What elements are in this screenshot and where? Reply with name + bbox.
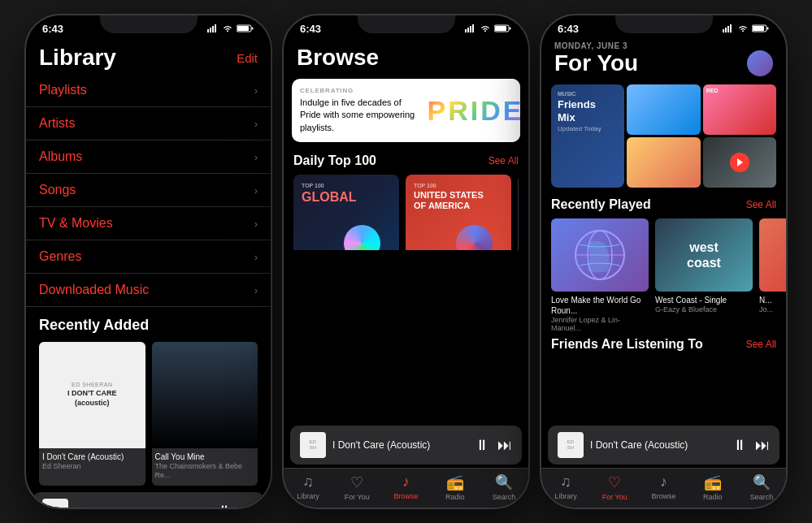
tab-label-browse: Browse bbox=[394, 492, 419, 500]
chevron-icon: › bbox=[254, 284, 258, 296]
mix-art-2[interactable]: RED bbox=[703, 84, 776, 135]
browse-icon: ♪ bbox=[660, 473, 667, 491]
chevron-icon: › bbox=[254, 151, 258, 163]
browse-title: Browse bbox=[297, 45, 515, 71]
pride-logo-area: PRIDE bbox=[431, 79, 520, 142]
section-header: Daily Top 100 See All bbox=[293, 153, 519, 168]
status-time: 6:43 bbox=[300, 23, 321, 35]
genres-label: Genres bbox=[39, 249, 81, 264]
top100-card-usa[interactable]: TOP 100 UNITED STATESOF AMERICA Top 100:… bbox=[406, 175, 511, 249]
tab-label-radio: Radio bbox=[703, 493, 723, 501]
section-header: Recently Played See All bbox=[551, 197, 776, 212]
np-thumb-label: EDSH bbox=[310, 439, 316, 450]
mix-art-1[interactable] bbox=[627, 84, 700, 135]
svg-rect-16 bbox=[723, 29, 724, 32]
phone-screen: 6:43 Browse CELEBRATING Indulge in five … bbox=[284, 15, 528, 508]
tab-library[interactable]: ♫ Library bbox=[541, 473, 590, 501]
recently-played-title: Recently Played bbox=[551, 197, 651, 212]
top100-card-other[interactable]: TOP 100 Top 100 Ap... bbox=[518, 175, 519, 249]
svg-rect-1 bbox=[210, 28, 211, 32]
now-playing-bar[interactable]: EDSH I Don't Care (Acoustic) ⏸ ⏭ bbox=[548, 426, 779, 465]
library-item-artists[interactable]: Artists › bbox=[26, 107, 271, 140]
chevron-icon: › bbox=[254, 218, 258, 230]
tab-foryou[interactable]: ♡ For You bbox=[590, 473, 639, 501]
see-all-button[interactable]: See All bbox=[746, 199, 776, 210]
album-card-dark[interactable]: Call You Mine The Chainsmokers & Bebe Re… bbox=[152, 342, 258, 486]
rp-card-2[interactable]: westcoast West Coast - Single G-Eazy & B… bbox=[655, 218, 753, 332]
next-button[interactable]: ⏭ bbox=[497, 437, 512, 454]
library-item-albums[interactable]: Albums › bbox=[26, 140, 271, 174]
np-thumb-label: EDSH bbox=[52, 506, 59, 508]
friends-mix-label: MUSIC bbox=[558, 91, 618, 97]
pause-button[interactable]: ⏸ bbox=[475, 437, 489, 454]
rp-card-3[interactable]: N... Jo... bbox=[759, 218, 786, 332]
recently-added-grid: Ed Sheeran I DON'T CARE(acoustic) I Don'… bbox=[39, 342, 258, 486]
ed-title: I DON'T CARE(acoustic) bbox=[67, 389, 117, 408]
tab-radio[interactable]: 📻 Radio bbox=[431, 473, 480, 501]
battery-icon bbox=[494, 24, 512, 32]
album-card-ed[interactable]: Ed Sheeran I DON'T CARE(acoustic) I Don'… bbox=[39, 342, 145, 486]
pride-banner[interactable]: CELEBRATING Indulge in five decades of P… bbox=[292, 79, 520, 142]
play-icon bbox=[736, 158, 744, 167]
recently-played-cards: Love Make the World Go Roun... Jennifer … bbox=[551, 218, 776, 332]
pride-letters: PRIDE bbox=[428, 95, 520, 127]
see-all-button[interactable]: See All bbox=[489, 155, 519, 166]
top100-card-global[interactable]: TOP 100 GLOBAL Top bbox=[293, 175, 399, 249]
pause-button[interactable]: ⏸ bbox=[732, 437, 747, 454]
tvmovies-label: TV & Movies bbox=[39, 216, 113, 231]
svg-rect-7 bbox=[252, 28, 254, 30]
search-icon: 🔍 bbox=[495, 473, 513, 491]
pause-button[interactable]: ⏸ bbox=[217, 503, 232, 508]
avatar[interactable] bbox=[747, 50, 773, 76]
tab-search[interactable]: 🔍 Search bbox=[737, 473, 786, 501]
library-item-genres[interactable]: Genres › bbox=[26, 240, 271, 274]
phone-browse: 6:43 Browse CELEBRATING Indulge in five … bbox=[282, 14, 530, 509]
library-item-tvmovies[interactable]: TV & Movies › bbox=[26, 207, 271, 240]
edit-button[interactable]: Edit bbox=[237, 45, 258, 65]
friends-mix-title: FriendsMix bbox=[558, 98, 618, 123]
friends-mix-card[interactable]: MUSIC FriendsMix Updated Today bbox=[551, 84, 624, 188]
svg-rect-14 bbox=[495, 26, 506, 31]
now-playing-bar[interactable]: EDSH I Don't Care (Acoustic) ⏸ ⏭ bbox=[290, 426, 522, 465]
phone-notch bbox=[358, 15, 455, 33]
daily-top-section: Daily Top 100 See All TOP 100 GLOBAL bbox=[284, 147, 528, 249]
play-button[interactable] bbox=[730, 153, 749, 172]
library-item-downloaded[interactable]: Downloaded Music › bbox=[26, 274, 271, 307]
foryou-date: MONDAY, JUNE 3 bbox=[554, 41, 773, 50]
tab-label-search: Search bbox=[750, 493, 774, 501]
np-title: I Don't Care (Acoustic) bbox=[590, 439, 726, 451]
mix-art-3[interactable] bbox=[627, 137, 700, 188]
svg-rect-11 bbox=[472, 24, 474, 32]
see-all-button[interactable]: See All bbox=[746, 339, 776, 350]
globe-art bbox=[571, 227, 628, 283]
tab-search[interactable]: 🔍 Search bbox=[480, 473, 528, 501]
tab-label-library: Library bbox=[554, 492, 577, 500]
tab-library[interactable]: ♫ Library bbox=[284, 473, 332, 501]
next-button[interactable]: ⏭ bbox=[755, 437, 770, 454]
downloaded-label: Downloaded Music bbox=[39, 283, 149, 297]
mix-art-play[interactable] bbox=[703, 137, 776, 188]
svg-rect-2 bbox=[212, 26, 214, 32]
library-item-playlists[interactable]: Playlists › bbox=[26, 74, 271, 107]
friends-listening-section: Friends Are Listening To See All bbox=[541, 332, 786, 358]
artists-label: Artists bbox=[39, 116, 75, 131]
svg-marker-24 bbox=[737, 158, 743, 166]
svg-rect-22 bbox=[753, 26, 764, 31]
svg-rect-6 bbox=[237, 26, 249, 31]
tab-browse[interactable]: ♪ Browse bbox=[639, 473, 688, 501]
tab-foryou[interactable]: ♡ For You bbox=[332, 473, 381, 501]
rp-card-1[interactable]: Love Make the World Go Roun... Jennifer … bbox=[551, 218, 649, 332]
next-button[interactable]: ⏭ bbox=[240, 503, 254, 508]
now-playing-bar[interactable]: EDSH I Don't Care (Acoustic) ⏸ ⏭ bbox=[33, 492, 264, 508]
west-coast-text: westcoast bbox=[687, 240, 721, 270]
tab-radio[interactable]: 📻 Radio bbox=[688, 473, 737, 501]
foryou-title-row: For You bbox=[554, 50, 773, 76]
chevron-icon: › bbox=[254, 251, 258, 263]
signal-icon bbox=[207, 24, 219, 32]
phones-container: 6:43 Library Edit Playlists › Arti bbox=[16, 6, 796, 517]
chevron-icon: › bbox=[254, 184, 258, 197]
tab-browse[interactable]: ♪ Browse bbox=[381, 473, 430, 501]
daily-top-title: Daily Top 100 bbox=[293, 153, 376, 168]
library-item-songs[interactable]: Songs › bbox=[26, 174, 271, 207]
svg-rect-18 bbox=[727, 26, 729, 32]
